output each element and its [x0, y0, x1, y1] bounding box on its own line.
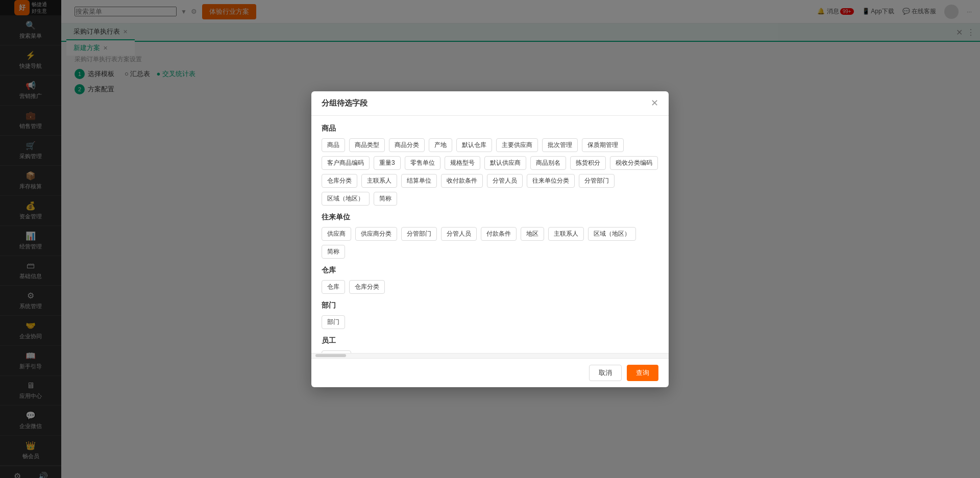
section-title-商品: 商品	[322, 124, 658, 133]
field-grid-往来单位: 供应商供应商分类分管部门分管人员付款条件地区主联系人区域（地区）简称	[322, 227, 658, 259]
section-title-部门: 部门	[322, 301, 658, 310]
modal-title: 分组待选字段	[322, 98, 368, 108]
field-tag-分管部门[interactable]: 分管部门	[579, 174, 615, 188]
field-tag-分管人员[interactable]: 分管人员	[441, 227, 477, 241]
field-tag-分管部门[interactable]: 分管部门	[401, 227, 437, 241]
field-tag-规格型号[interactable]: 规格型号	[445, 156, 480, 170]
field-tag-仓库分类[interactable]: 仓库分类	[349, 280, 385, 294]
field-tag-默认供应商[interactable]: 默认供应商	[484, 156, 526, 170]
modal: 分组待选字段 ✕ 商品商品商品类型商品分类产地默认仓库主要供应商批次管理保质期管…	[311, 91, 669, 387]
field-tag-供应商分类[interactable]: 供应商分类	[355, 227, 397, 241]
field-tag-商品[interactable]: 商品	[322, 138, 345, 152]
field-tag-默认仓库[interactable]: 默认仓库	[456, 138, 492, 152]
section-title-员工: 员工	[322, 336, 658, 345]
field-tag-税收分类编码[interactable]: 税收分类编码	[610, 156, 658, 170]
modal-hscrollbar[interactable]	[311, 353, 669, 358]
field-tag-产地[interactable]: 产地	[429, 138, 452, 152]
field-tag-部门[interactable]: 部门	[322, 315, 345, 329]
field-tag-区域（地区）[interactable]: 区域（地区）	[322, 192, 370, 206]
field-tag-主联系人[interactable]: 主联系人	[548, 227, 584, 241]
modal-body: 商品商品商品类型商品分类产地默认仓库主要供应商批次管理保质期管理客户商品编码重量…	[311, 116, 669, 354]
field-tag-商品类型[interactable]: 商品类型	[349, 138, 385, 152]
field-tag-拣货积分[interactable]: 拣货积分	[570, 156, 606, 170]
field-tag-零售单位[interactable]: 零售单位	[405, 156, 440, 170]
cancel-button[interactable]: 取消	[589, 365, 622, 381]
field-tag-区域（地区）[interactable]: 区域（地区）	[588, 227, 636, 241]
field-tag-仓库[interactable]: 仓库	[322, 280, 345, 294]
field-tag-付款条件[interactable]: 付款条件	[481, 227, 517, 241]
field-tag-商品别名[interactable]: 商品别名	[530, 156, 566, 170]
section-title-往来单位: 往来单位	[322, 213, 658, 222]
modal-footer: 取消 查询	[311, 358, 669, 387]
field-tag-分管人员[interactable]: 分管人员	[487, 174, 523, 188]
field-tag-简称[interactable]: 简称	[322, 245, 345, 259]
field-tag-重量3[interactable]: 重量3	[374, 156, 401, 170]
field-tag-保质期管理[interactable]: 保质期管理	[582, 138, 624, 152]
field-tag-结算单位[interactable]: 结算单位	[401, 174, 437, 188]
field-grid-商品: 商品商品类型商品分类产地默认仓库主要供应商批次管理保质期管理客户商品编码重量3零…	[322, 138, 658, 206]
field-tag-供应商[interactable]: 供应商	[322, 227, 351, 241]
modal-header: 分组待选字段 ✕	[311, 91, 669, 116]
field-tag-批次管理[interactable]: 批次管理	[542, 138, 578, 152]
field-tag-仓库分类[interactable]: 仓库分类	[322, 174, 357, 188]
field-tag-地区[interactable]: 地区	[521, 227, 544, 241]
modal-overlay: 分组待选字段 ✕ 商品商品商品类型商品分类产地默认仓库主要供应商批次管理保质期管…	[0, 0, 980, 478]
field-tag-主要供应商[interactable]: 主要供应商	[496, 138, 538, 152]
field-tag-收付款条件[interactable]: 收付款条件	[441, 174, 483, 188]
field-tag-往来单位分类[interactable]: 往来单位分类	[527, 174, 575, 188]
field-tag-商品分类[interactable]: 商品分类	[389, 138, 425, 152]
field-grid-部门: 部门	[322, 315, 658, 329]
field-tag-主联系人[interactable]: 主联系人	[361, 174, 397, 188]
modal-close-button[interactable]: ✕	[651, 98, 658, 108]
field-tag-客户商品编码[interactable]: 客户商品编码	[322, 156, 370, 170]
field-grid-仓库: 仓库仓库分类	[322, 280, 658, 294]
field-tag-简称[interactable]: 简称	[374, 192, 397, 206]
section-title-仓库: 仓库	[322, 266, 658, 275]
confirm-button[interactable]: 查询	[627, 365, 658, 381]
